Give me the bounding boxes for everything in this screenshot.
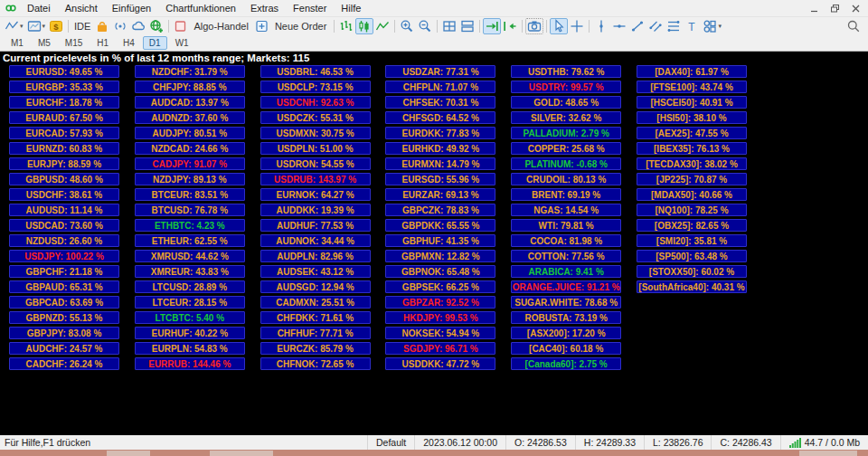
- market-watch-button[interactable]: $: [47, 18, 65, 34]
- market-audchf: AUDCHF: 24.57 %: [9, 342, 119, 355]
- zoom-in-icon: [400, 19, 414, 33]
- search-button[interactable]: [844, 18, 863, 34]
- market-usdrub: USDRUB: 143.97 %: [260, 173, 371, 185]
- market-gbpczk: GBPCZK: 78.83 %: [385, 204, 495, 216]
- menu-ansicht[interactable]: Ansicht: [58, 3, 105, 14]
- restore-button[interactable]: [831, 0, 839, 16]
- trendline-button[interactable]: [628, 18, 646, 34]
- market-jp225: [JP225]: 70.87 %: [637, 173, 747, 185]
- zoom-in-button[interactable]: [398, 18, 416, 34]
- text-tool-button[interactable]: T: [683, 18, 701, 34]
- app-logo-icon: [2, 1, 20, 15]
- shopping-bag-icon: [95, 19, 109, 33]
- taskbar-item: [210, 451, 273, 456]
- chart-shift-button[interactable]: [501, 18, 519, 34]
- status-open: O: 24286.53: [505, 435, 575, 450]
- market-robusta: ROBUSTA: 73.19 %: [511, 311, 621, 324]
- zoom-out-button[interactable]: [416, 18, 434, 34]
- ide-button[interactable]: IDE: [71, 21, 93, 32]
- algo-trading-button[interactable]: Algo-Handel: [172, 18, 253, 34]
- markets-column-1: EURUSD: 49.65 %EURGBP: 35.33 %EURCHF: 18…: [9, 65, 119, 373]
- markets-column-4: USDZAR: 77.31 %CHFPLN: 71.07 %CHFSEK: 70…: [385, 65, 495, 373]
- market-nq100: [NQ100]: 78.25 %: [637, 204, 747, 216]
- toolbar-separator: [68, 20, 69, 33]
- menu-bar: DateiAnsichtEinfügenChartfunktionenExtra…: [0, 0, 868, 17]
- web-community-button[interactable]: [147, 18, 165, 34]
- menu-extras[interactable]: Extras: [243, 3, 286, 14]
- crosshair-button[interactable]: [568, 18, 586, 34]
- new-order-button[interactable]: Neue Order: [253, 18, 331, 34]
- market-tecdax30: [TECDAX30]: 38.02 %: [637, 157, 747, 170]
- menu-einfgen[interactable]: Einfügen: [105, 3, 158, 14]
- grid-button[interactable]: [440, 18, 458, 34]
- screenshot-button[interactable]: [525, 18, 543, 34]
- channel-button[interactable]: [646, 18, 665, 34]
- camera-icon: [527, 19, 542, 33]
- market-eurhuf: EURHUF: 40.22 %: [135, 327, 245, 339]
- signal-icon: [113, 19, 127, 33]
- svg-text:$: $: [53, 22, 59, 32]
- bar-chart-button[interactable]: [337, 18, 355, 34]
- market-brent: BRENT: 69.19 %: [511, 188, 621, 201]
- vertical-line-button[interactable]: [592, 18, 610, 34]
- close-button[interactable]: [852, 0, 860, 16]
- menu-items: DateiAnsichtEinfügenChartfunktionenExtra…: [20, 3, 368, 14]
- market-audhuf: AUDHUF: 77.53 %: [260, 219, 371, 232]
- signals-button[interactable]: [111, 18, 129, 34]
- timeframe-bar-items: M1M5M15H1H4D1W1: [5, 36, 195, 50]
- market-sp500: [SP500]: 63.48 %: [637, 250, 747, 262]
- market-xmrusd: XMRUSD: 44.62 %: [135, 250, 245, 262]
- line-chart-mode-button[interactable]: [373, 18, 392, 34]
- market-cadmxn: CADMXN: 25.51 %: [260, 296, 371, 309]
- timeframe-w1[interactable]: W1: [169, 36, 195, 50]
- market-audsek: AUDSEK: 43.12 %: [260, 265, 371, 278]
- line-chart-mode-icon: [375, 19, 390, 33]
- market-store-button[interactable]: [93, 18, 111, 34]
- menu-hilfe[interactable]: Hilfe: [334, 3, 368, 14]
- timeframe-m5[interactable]: M5: [32, 36, 57, 50]
- new-chart-button[interactable]: ▾: [3, 18, 25, 34]
- market-usdbrl: USDBRL: 46.53 %: [260, 65, 371, 78]
- market-eurrub: EURRUB: 144.46 %: [135, 357, 245, 370]
- fibonacci-button[interactable]: [665, 18, 683, 34]
- candlestick-chart-button[interactable]: [355, 18, 373, 34]
- menu-fenster[interactable]: Fenster: [286, 3, 334, 14]
- market-nzdcad: NZDCAD: 24.66 %: [135, 142, 245, 155]
- market-eurgbp: EURGBP: 35.33 %: [9, 81, 119, 93]
- market-gbpcad: GBPCAD: 63.69 %: [9, 296, 119, 309]
- tile-windows-button[interactable]: [458, 18, 476, 34]
- timeframe-d1[interactable]: D1: [143, 36, 167, 50]
- minimize-button[interactable]: [810, 0, 818, 16]
- profile-selector[interactable]: Default: [367, 435, 414, 450]
- menu-datei[interactable]: Datei: [20, 3, 58, 14]
- market-usdmxn: USDMXN: 30.75 %: [260, 127, 371, 139]
- market-eurnzd: EURNZD: 60.83 %: [9, 142, 119, 155]
- market-chfdkk: CHFDKK: 71.61 %: [260, 311, 371, 324]
- market-arabica: ARABICA: 9.41 %: [511, 265, 621, 278]
- market-ibex35: [IBEX35]: 76.13 %: [637, 142, 747, 155]
- market-cotton: COTTON: 77.56 %: [511, 250, 621, 262]
- timeframe-h4[interactable]: H4: [117, 36, 141, 50]
- market-chfsgd: CHFSGD: 64.52 %: [385, 111, 495, 124]
- market-canada60: [Canada60]: 2.75 %: [511, 357, 621, 370]
- timeframe-m15[interactable]: M15: [59, 36, 89, 50]
- algo-trading-icon: [174, 19, 188, 33]
- bar-chart-icon: [339, 19, 354, 33]
- line-chart-icon: [5, 19, 19, 33]
- auto-scroll-button[interactable]: [483, 18, 501, 34]
- cloud-button[interactable]: [129, 18, 147, 34]
- objects-button[interactable]: ▾: [701, 18, 723, 34]
- market-usdcad: USDCAD: 73.60 %: [9, 219, 119, 232]
- timeframe-h1[interactable]: H1: [90, 36, 115, 50]
- market-dax40: [DAX40]: 61.97 %: [637, 65, 747, 78]
- chart-profiles-button[interactable]: ▾: [25, 18, 48, 34]
- trendline-icon: [630, 19, 645, 33]
- chart-area[interactable]: Current pricelevels in % of last 12 mont…: [0, 52, 868, 435]
- market-cac40: [CAC40]: 60.18 %: [511, 342, 621, 355]
- market-gbpnok: GBPNOK: 65.48 %: [385, 265, 495, 278]
- horizontal-line-button[interactable]: [610, 18, 628, 34]
- menu-chartfunktionen[interactable]: Chartfunktionen: [158, 3, 243, 14]
- cursor-button[interactable]: [550, 18, 568, 34]
- market-btcusd: BTCUSD: 76.78 %: [135, 204, 245, 216]
- timeframe-m1[interactable]: M1: [5, 36, 30, 50]
